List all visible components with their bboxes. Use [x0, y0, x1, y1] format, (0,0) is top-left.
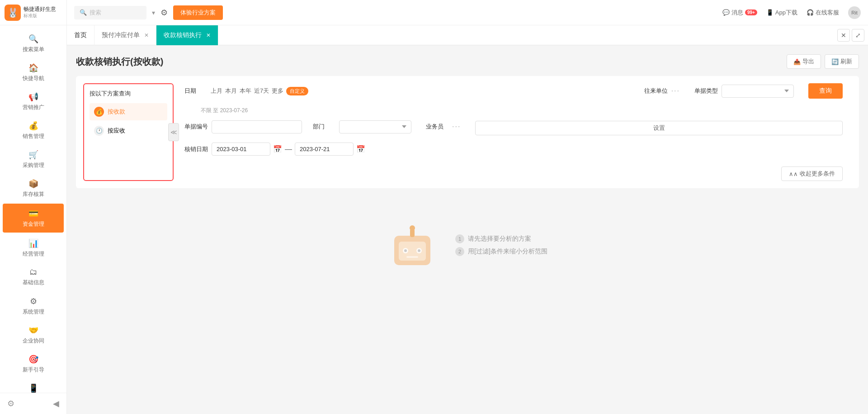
topbar-search-box[interactable]: 🔍 搜索	[74, 6, 146, 19]
sidebar-label-finance: 资金管理	[23, 220, 44, 228]
sidebar-item-marketing[interactable]: 📢 营销推广	[0, 87, 66, 116]
export-icon: 📤	[793, 58, 801, 65]
writeoff-date-label: 核销日期	[184, 145, 208, 153]
message-icon: 💬	[722, 9, 730, 16]
sidebar: 🐰 畅捷通好生意 标准版 🔍 搜索菜单 🏠 快捷导航 📢 营销推广 💰 销售管理…	[0, 0, 67, 414]
tab-collection-label: 收款核销执行	[164, 31, 202, 39]
writeoff-date-filter-group: 核销日期 📅 — 📅	[184, 143, 365, 156]
tab-maximize-button[interactable]: ⤢	[852, 29, 864, 42]
sidebar-item-business[interactable]: 📊 经营管理	[0, 233, 66, 262]
page-title: 收款核销执行(按收款)	[76, 56, 163, 68]
sidebar-item-enterprise[interactable]: 🤝 企业协同	[0, 320, 66, 349]
calendar-start-icon[interactable]: 📅	[273, 145, 282, 153]
svg-point-7	[418, 249, 420, 252]
collapse-left-panel-button[interactable]: ≪	[168, 123, 179, 141]
sidebar-item-inventory[interactable]: 📦 库存核算	[0, 174, 66, 203]
empty-step-1: 1 请先选择要分析的方案	[455, 234, 547, 243]
search-menu-icon: 🔍	[28, 34, 38, 44]
date-link-7days[interactable]: 近7天	[254, 87, 269, 95]
svg-rect-8	[406, 256, 418, 258]
date-link-last-month[interactable]: 上月	[211, 87, 222, 95]
sidebar-item-guide[interactable]: 🎯 新手引导	[0, 349, 66, 378]
svg-point-2	[410, 225, 415, 231]
tab-home[interactable]: 首页	[67, 25, 94, 45]
date-link-more[interactable]: 更多	[272, 87, 283, 95]
date-link-this-year[interactable]: 本年	[240, 87, 251, 95]
date-range-note: 不限 至 2023-07-26	[201, 107, 248, 114]
user-avatar[interactable]: Rit	[848, 6, 861, 19]
online-service-button[interactable]: 🎧 在线客服	[807, 9, 839, 17]
sidebar-bottom: ⚙ ◀	[0, 393, 66, 414]
sidebar-item-hardware[interactable]: 📱 智能硬件	[0, 378, 66, 393]
topbar-dropdown-icon[interactable]: ▾	[152, 9, 155, 16]
query-button[interactable]: 查询	[808, 83, 843, 99]
department-label: 部门	[313, 123, 335, 131]
logo-icon: 🐰	[5, 5, 21, 21]
svg-point-6	[404, 249, 407, 252]
sidebar-label-system: 系统管理	[23, 308, 44, 316]
writeoff-date-start-input[interactable]	[212, 143, 270, 156]
writeoff-date-end-input[interactable]	[295, 143, 354, 156]
date-link-this-month[interactable]: 本月	[225, 87, 237, 95]
app-name: 畅捷通好生意	[24, 6, 56, 13]
filter-left-panel: 按以下方案查询 💰 按收款 🕐 按应收 ≪	[83, 83, 174, 181]
avatar-text: Rit	[851, 10, 857, 15]
filter-option-receivable[interactable]: 🕐 按应收	[90, 122, 167, 139]
refresh-icon: 🔄	[831, 58, 839, 65]
calendar-end-icon[interactable]: 📅	[356, 145, 365, 153]
sidebar-item-search[interactable]: 🔍 搜索菜单	[0, 29, 66, 58]
sidebar-item-sales[interactable]: 💰 销售管理	[0, 116, 66, 145]
doc-number-input[interactable]	[212, 120, 302, 133]
collapse-sidebar-icon[interactable]: ◀	[53, 399, 59, 409]
salesperson-label: 业务员	[426, 123, 448, 131]
inventory-icon: 📦	[28, 179, 38, 189]
settings-bottom-icon[interactable]: ⚙	[7, 399, 14, 409]
counterparty-dots[interactable]: ···	[671, 87, 680, 95]
message-button[interactable]: 💬 消息 99+	[722, 9, 757, 17]
sidebar-item-finance[interactable]: 💳 资金管理	[3, 204, 64, 233]
sidebar-label-enterprise: 企业协同	[23, 337, 44, 345]
tab-close-all-button[interactable]: ✕	[837, 29, 850, 42]
empty-illustration	[387, 224, 437, 270]
sidebar-item-system[interactable]: ⚙ 系统管理	[0, 291, 66, 320]
department-filter-group: 部门	[313, 120, 411, 133]
online-service-label: 在线客服	[816, 9, 839, 17]
writeoff-date-range: 📅 — 📅	[212, 143, 365, 156]
salesperson-filter-group: 业务员 ···	[426, 123, 461, 131]
empty-text: 1 请先选择要分析的方案 2 用[过滤]条件来缩小分析范围	[455, 234, 547, 260]
tab-collection[interactable]: 收款核销执行 ✕	[156, 25, 218, 45]
sidebar-item-shortcut[interactable]: 🏠 快捷导航	[0, 58, 66, 87]
collapse-up-icon: ∧∧	[789, 171, 798, 177]
tab-prepay-close-icon[interactable]: ✕	[144, 32, 149, 38]
export-button[interactable]: 📤 导出	[787, 54, 821, 69]
finance-icon: 💳	[28, 209, 38, 219]
filter-option-collection[interactable]: 💰 按收款	[90, 103, 167, 120]
marketing-icon: 📢	[28, 92, 38, 102]
refresh-button[interactable]: 🔄 刷新	[825, 54, 859, 69]
topbar-gear-icon[interactable]: ⚙	[160, 8, 168, 18]
date-custom-badge[interactable]: 自定义	[286, 87, 308, 95]
tab-collection-close-icon[interactable]: ✕	[206, 32, 211, 38]
doc-type-filter-group: 单据类型	[694, 85, 794, 98]
tab-prepay[interactable]: 预付冲应付单 ✕	[94, 25, 156, 45]
collection-option-label: 按收款	[108, 108, 125, 116]
page-actions: 📤 导出 🔄 刷新	[787, 54, 859, 69]
page-header: 收款核销执行(按收款) 📤 导出 🔄 刷新	[76, 54, 859, 69]
salesperson-dots[interactable]: ···	[452, 123, 461, 131]
department-select[interactable]	[339, 120, 411, 133]
app-badge: 标准版	[24, 13, 56, 19]
filter-panel-title: 按以下方案查询	[90, 90, 167, 98]
sidebar-item-basic[interactable]: 🗂 基础信息	[0, 262, 66, 291]
date-filter-group: 日期 上月 本月 本年 近7天 更多 自定义	[184, 87, 308, 95]
solution-button[interactable]: 体验行业方案	[173, 5, 223, 20]
sidebar-item-purchase[interactable]: 🛒 采购管理	[0, 145, 66, 174]
doc-type-label: 单据类型	[694, 87, 718, 95]
counterparty-filter-group: 往来单位 ···	[644, 87, 680, 95]
doc-number-filter-group: 单据编号	[184, 120, 302, 133]
app-download-button[interactable]: 📱 App下载	[766, 9, 797, 17]
app-logo: 🐰 畅捷通好生意 标准版	[0, 0, 66, 25]
setting-button[interactable]: 设置	[475, 121, 843, 135]
collapse-more-button[interactable]: ∧∧ 收起更多条件	[781, 167, 843, 181]
doc-type-select[interactable]	[722, 85, 794, 98]
empty-state: 1 请先选择要分析的方案 2 用[过滤]条件来缩小分析范围	[76, 197, 859, 297]
